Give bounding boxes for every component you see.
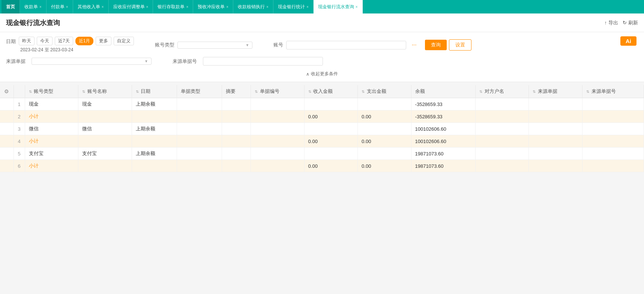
- col-source-doc[interactable]: ⇅ 来源单据: [529, 85, 582, 98]
- cell-doc-no: [251, 135, 305, 148]
- close-icon[interactable]: ×: [226, 5, 228, 9]
- cell-counterparty: [475, 110, 529, 123]
- col-date[interactable]: ⇅ 日期: [132, 85, 177, 98]
- nav-tab-shoukuanzhixing[interactable]: 收款核销执行 ×: [233, 0, 273, 13]
- cell-doc-no: [251, 148, 305, 160]
- nav-tab-yinhangcunqu[interactable]: 银行存取款单 ×: [153, 0, 193, 13]
- col-source-doc-no[interactable]: ⇅ 来源单据号: [582, 85, 644, 98]
- nav-tab-qitashouru[interactable]: 其他收入单 ×: [73, 0, 109, 13]
- col-doc-type: 单据类型: [177, 85, 222, 98]
- settings-button[interactable]: 设置: [449, 39, 471, 51]
- tab-label: 预收冲应收单: [198, 4, 225, 10]
- ai-button[interactable]: Ai: [620, 36, 636, 46]
- table-row[interactable]: 2小计0.000.00-3528659.33: [0, 110, 644, 123]
- date-btn-more[interactable]: 更多: [96, 37, 111, 45]
- cell-source-doc: [529, 135, 582, 148]
- col-summary: 摘要: [222, 85, 251, 98]
- cell-account-name: 现金: [78, 98, 132, 110]
- nav-tab-xianjinliushui[interactable]: 现金银行流水查询 ×: [314, 0, 363, 13]
- filter-row-1: 日期 昨天 今天 近7天 近1月 更多 自定义 2023-02-24 至 202…: [6, 37, 638, 53]
- col-account-name[interactable]: ⇅ 账号名称: [78, 85, 132, 98]
- sort-icon: ⇅: [136, 90, 139, 94]
- cell-source-doc: [529, 160, 582, 172]
- table-row[interactable]: 5支付宝支付宝上期余额19871073.60: [0, 148, 644, 160]
- cell-balance: 100102606.60: [411, 135, 475, 148]
- cell-income: [304, 148, 358, 160]
- cell-income: [304, 123, 358, 135]
- col-doc-no[interactable]: ⇅ 单据编号: [251, 85, 305, 98]
- date-label: 日期: [6, 38, 16, 45]
- cell-source-doc-no: [582, 110, 644, 123]
- tab-label: 其他收入单: [78, 4, 100, 10]
- collapse-bar[interactable]: ∧ 收起更多条件: [6, 69, 638, 77]
- col-expense[interactable]: ⇅ 支出金额: [358, 85, 411, 98]
- source-doc-select[interactable]: ▼: [32, 58, 152, 65]
- dots-button[interactable]: ···: [409, 42, 419, 48]
- date-btn-7days[interactable]: 近7天: [55, 37, 73, 45]
- refresh-button[interactable]: ↻ 刷新: [623, 19, 638, 26]
- date-btn-today[interactable]: 今天: [37, 37, 53, 45]
- cell-account-type: 小计: [25, 135, 78, 148]
- cell-doc-type: [177, 160, 222, 172]
- table-row[interactable]: 4小计0.000.00100102606.60: [0, 135, 644, 148]
- nav-tab-yushouxiaoying[interactable]: 预收冲应收单 ×: [193, 0, 233, 13]
- cell-expense: 0.00: [358, 160, 411, 172]
- close-icon[interactable]: ×: [102, 5, 104, 9]
- cell-summary: [222, 135, 251, 148]
- nav-tab-fukuan[interactable]: 付款单 ×: [47, 0, 73, 13]
- nav-home[interactable]: 首页: [2, 0, 20, 13]
- cell-balance: 19871073.60: [411, 160, 475, 172]
- cell-counterparty: [475, 135, 529, 148]
- nav-tab-xianjintongji[interactable]: 现金银行统计 ×: [273, 0, 314, 13]
- export-button[interactable]: ↑ 导出: [605, 19, 618, 26]
- nav-home-label: 首页: [6, 4, 15, 10]
- table-row[interactable]: 6小计0.000.0019871073.60: [0, 160, 644, 172]
- gear-icon[interactable]: ⚙: [4, 88, 9, 94]
- close-icon[interactable]: ×: [146, 5, 149, 9]
- header-actions: ↑ 导出 ↻ 刷新: [605, 19, 638, 26]
- date-btn-yesterday[interactable]: 昨天: [19, 37, 35, 45]
- cell-gear: [0, 123, 14, 135]
- account-input[interactable]: [286, 41, 406, 49]
- cell-date: 上期余额: [132, 123, 177, 135]
- top-nav: 首页 收款单 × 付款单 × 其他收入单 × 应收应付调整单 × 银行存取款单 …: [0, 0, 644, 13]
- close-icon[interactable]: ×: [306, 5, 309, 9]
- cell-source-doc-no: [582, 160, 644, 172]
- export-label: 导出: [608, 19, 618, 26]
- chevron-down-icon: ▼: [144, 59, 148, 63]
- page-header: 现金银行流水查询 ↑ 导出 ↻ 刷新: [0, 13, 644, 32]
- cell-account-type: 小计: [25, 110, 78, 123]
- account-type-select[interactable]: ▼: [177, 42, 252, 49]
- col-num: [14, 85, 25, 98]
- tab-label: 付款单: [51, 4, 65, 10]
- table-row[interactable]: 3微信微信上期余额100102606.60: [0, 123, 644, 135]
- cell-doc-type: [177, 148, 222, 160]
- close-icon[interactable]: ×: [266, 5, 269, 9]
- nav-tab-yingshoutiaozheng[interactable]: 应收应付调整单 ×: [109, 0, 153, 13]
- col-counterparty[interactable]: ⇅ 对方户名: [475, 85, 529, 98]
- sort-icon: ⇅: [586, 90, 589, 94]
- source-doc-num-label: 来源单据号: [173, 58, 197, 65]
- col-account-type[interactable]: ⇅ 账号类型: [25, 85, 78, 98]
- close-icon[interactable]: ×: [39, 5, 42, 9]
- column-settings[interactable]: ⚙: [0, 85, 14, 98]
- cell-source-doc-no: [582, 98, 644, 110]
- date-options-group: 昨天 今天 近7天 近1月 更多 自定义 2023-02-24 至 2023-0…: [19, 37, 134, 53]
- date-btn-1month[interactable]: 近1月: [75, 37, 94, 45]
- date-btn-custom[interactable]: 自定义: [114, 37, 134, 45]
- query-button[interactable]: 查询: [425, 40, 447, 50]
- cell-summary: [222, 98, 251, 110]
- close-icon[interactable]: ×: [66, 5, 68, 9]
- cell-summary: [222, 148, 251, 160]
- table-row[interactable]: 1现金现金上期余额-3528659.33: [0, 98, 644, 110]
- cell-expense: [358, 148, 411, 160]
- sort-icon: ⇅: [29, 90, 32, 94]
- cell-counterparty: [475, 123, 529, 135]
- close-icon[interactable]: ×: [356, 5, 358, 9]
- source-doc-num-input[interactable]: [203, 57, 323, 66]
- cell-gear: [0, 160, 14, 172]
- col-income[interactable]: ⇅ 收入金额: [304, 85, 358, 98]
- nav-tab-shoukuan[interactable]: 收款单 ×: [20, 0, 47, 13]
- cell-source-doc-no: [582, 135, 644, 148]
- close-icon[interactable]: ×: [186, 5, 188, 9]
